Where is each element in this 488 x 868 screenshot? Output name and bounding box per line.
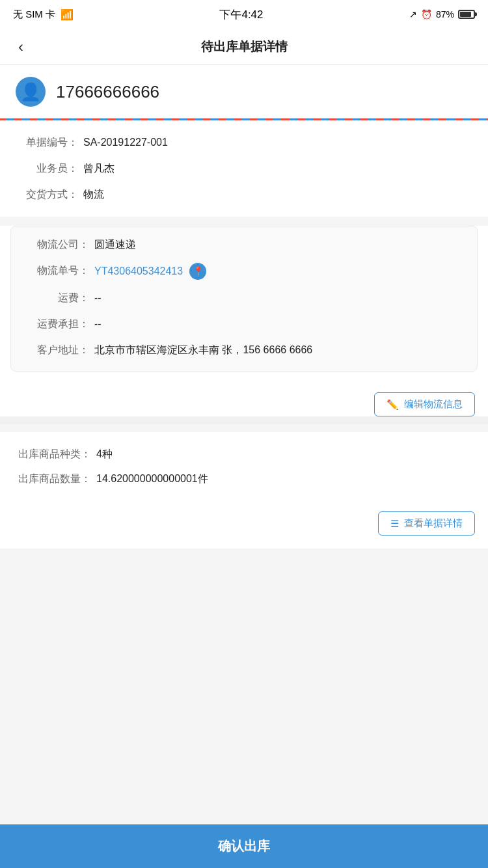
- customer-header: 👤 17666666666: [0, 65, 488, 120]
- delivery-value: 物流: [83, 187, 470, 202]
- edit-btn-label: 编辑物流信息: [404, 398, 463, 411]
- quantity-row: 出库商品数量： 14.620000000000001件: [18, 471, 470, 487]
- delivery-label: 交货方式：: [18, 187, 83, 202]
- company-value: 圆通速递: [94, 237, 459, 252]
- freight-value: --: [94, 290, 459, 306]
- page-title: 待出库单据详情: [201, 38, 288, 55]
- view-btn-row: ☰ 查看单据详情: [0, 501, 488, 549]
- status-right: ↗ ⏰ 87%: [409, 9, 475, 20]
- carrier-label: 无 SIM 卡: [13, 8, 55, 21]
- salesman-value: 曾凡杰: [83, 161, 470, 176]
- status-left: 无 SIM 卡 📶: [13, 8, 74, 21]
- nav-bar: ‹ 待出库单据详情: [0, 29, 488, 65]
- freight-label: 运费：: [29, 290, 94, 306]
- confirm-btn-container: 确认出库: [0, 824, 488, 868]
- salesman-label: 业务员：: [18, 161, 83, 176]
- confirm-outbound-button[interactable]: 确认出库: [0, 835, 488, 858]
- view-details-button[interactable]: ☰ 查看单据详情: [378, 511, 475, 536]
- view-icon: ☰: [390, 518, 399, 530]
- edit-btn-row: ✏️ 编辑物流信息: [0, 382, 488, 416]
- wifi-icon: 📶: [61, 8, 74, 21]
- delivery-row: 交货方式： 物流: [18, 187, 470, 202]
- location-icon: ↗: [409, 9, 417, 20]
- edit-logistics-button[interactable]: ✏️ 编辑物流信息: [374, 392, 475, 416]
- track-location-button[interactable]: 📍: [189, 263, 206, 280]
- freight-bear-row: 运费承担： --: [29, 316, 459, 332]
- status-time: 下午4:42: [219, 7, 263, 22]
- spacer: [0, 549, 488, 640]
- freight-bear-value: --: [94, 316, 459, 332]
- status-bar: 无 SIM 卡 📶 下午4:42 ↗ ⏰ 87%: [0, 0, 488, 29]
- address-value: 北京市市辖区海淀区永丰南 张，156 6666 6666: [94, 342, 459, 358]
- view-btn-label: 查看单据详情: [404, 517, 463, 530]
- summary-card: 出库商品种类： 4种 出库商品数量： 14.620000000000001件: [0, 432, 488, 501]
- salesman-row: 业务员： 曾凡杰: [18, 161, 470, 176]
- tracking-label: 物流单号：: [29, 263, 94, 278]
- quantity-value: 14.620000000000001件: [96, 471, 470, 487]
- customer-phone: 17666666666: [56, 82, 159, 102]
- alarm-icon: ⏰: [421, 9, 432, 20]
- type-value: 4种: [96, 446, 470, 462]
- section-divider: [0, 416, 488, 424]
- user-icon: 👤: [20, 82, 41, 102]
- battery-percent: 87%: [436, 9, 454, 20]
- location-pin-icon: 📍: [193, 266, 204, 277]
- tracking-value: YT43064053424​13: [94, 264, 183, 279]
- type-row: 出库商品种类： 4种: [18, 446, 470, 462]
- document-value: SA-20191227-001: [83, 135, 470, 150]
- document-row: 单据编号： SA-20191227-001: [18, 135, 470, 150]
- logistics-card: 物流公司： 圆通速递 物流单号： YT43064053424​13 📍 运费： …: [10, 226, 478, 372]
- company-label: 物流公司：: [29, 237, 94, 252]
- freight-row: 运费： --: [29, 290, 459, 306]
- freight-bear-label: 运费承担：: [29, 316, 94, 332]
- tracking-row: 物流单号： YT43064053424​13 📍: [29, 263, 459, 280]
- battery-icon: [458, 10, 475, 19]
- company-row: 物流公司： 圆通速递: [29, 237, 459, 252]
- address-label: 客户地址：: [29, 342, 94, 358]
- type-label: 出库商品种类：: [18, 446, 96, 462]
- document-label: 单据编号：: [18, 135, 83, 150]
- edit-icon: ✏️: [386, 399, 399, 411]
- quantity-label: 出库商品数量：: [18, 471, 96, 487]
- address-row: 客户地址： 北京市市辖区海淀区永丰南 张，156 6666 6666: [29, 342, 459, 358]
- avatar: 👤: [16, 77, 46, 107]
- back-button[interactable]: ‹: [13, 33, 29, 61]
- basic-info-card: 单据编号： SA-20191227-001 业务员： 曾凡杰 交货方式： 物流: [0, 120, 488, 217]
